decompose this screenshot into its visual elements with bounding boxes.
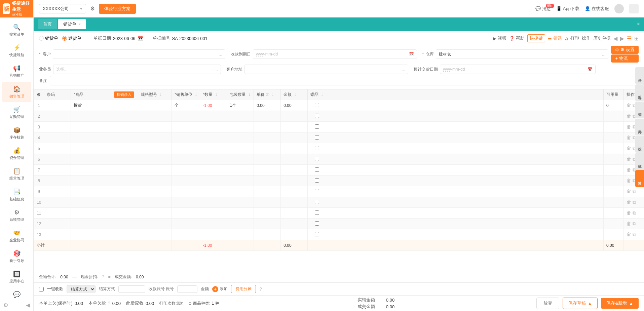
row-product-6[interactable]: [71, 165, 111, 176]
row-spec-5[interactable]: [138, 154, 172, 165]
row-amount-9[interactable]: [281, 197, 308, 208]
sidebar-item-9[interactable]: ⚙系统管理: [2, 205, 31, 225]
user-menu[interactable]: [629, 4, 639, 13]
row-unit-10[interactable]: [172, 208, 200, 219]
filter-btn[interactable]: ☰ 筛选: [548, 35, 562, 41]
row-product-8[interactable]: [71, 186, 111, 197]
row-spec-6[interactable]: [138, 165, 172, 176]
row-spec-9[interactable]: [138, 197, 172, 208]
row-delete-icon-12[interactable]: 🗑: [627, 232, 631, 237]
row-price-3[interactable]: [254, 132, 281, 143]
row-spec-3[interactable]: [138, 132, 172, 143]
customer-input[interactable]: ...: [53, 49, 225, 59]
float-btn-3[interactable]: 待办: [635, 119, 644, 135]
payment-method-select[interactable]: 结算方式: [67, 285, 96, 293]
sidebar-item-4[interactable]: 🛒采购管理: [2, 103, 31, 122]
row-unit-2[interactable]: [172, 122, 200, 132]
row-gift-10[interactable]: [308, 208, 326, 219]
sidebar-item-7[interactable]: 📋经营管理: [2, 164, 31, 184]
row-product-11[interactable]: [71, 219, 111, 229]
row-gift-1[interactable]: [308, 111, 326, 122]
row-quantity-7[interactable]: [200, 176, 227, 186]
radio-sale[interactable]: 销货单: [39, 35, 58, 41]
row-price-2[interactable]: [254, 122, 281, 132]
row-barcode-9[interactable]: [44, 197, 71, 208]
row-product-0[interactable]: 拆货: [71, 100, 111, 111]
row-spec-8[interactable]: [138, 186, 172, 197]
th-settings[interactable]: ⚙: [34, 89, 44, 100]
row-unit-12[interactable]: [172, 229, 200, 240]
row-delete-icon-7[interactable]: 🗑: [627, 178, 631, 184]
settings-panel-btn[interactable]: ⚙ ⚙ 设置: [611, 46, 639, 54]
row-pack-qty-6[interactable]: [227, 165, 254, 176]
row-gift-7[interactable]: [308, 176, 326, 186]
row-price-4[interactable]: [254, 143, 281, 154]
row-barcode-7[interactable]: [44, 176, 71, 186]
nav-next-icon[interactable]: ▶: [620, 35, 624, 42]
sidebar-item-2[interactable]: 📢营销推广: [2, 61, 31, 81]
row-quantity-6[interactable]: [200, 165, 227, 176]
float-btn-2[interactable]: 销售: [635, 102, 644, 118]
settings-icon[interactable]: ⚙: [3, 302, 8, 308]
operation-btn[interactable]: 操作: [582, 35, 591, 41]
row-barcode-3[interactable]: [44, 132, 71, 143]
row-unit-4[interactable]: [172, 143, 200, 154]
expected-date-input[interactable]: yyyy-mm-dd 📅: [440, 65, 596, 74]
row-quantity-1[interactable]: [200, 111, 227, 122]
row-unit-9[interactable]: [172, 197, 200, 208]
row-barcode-8[interactable]: [44, 186, 71, 197]
row-barcode-10[interactable]: [44, 208, 71, 219]
row-product-2[interactable]: [71, 122, 111, 132]
row-gift-2[interactable]: [308, 122, 326, 132]
row-delete-icon-1[interactable]: 🗑: [627, 113, 631, 119]
row-copy-icon-12[interactable]: ⧉: [633, 232, 636, 237]
row-pack-qty-11[interactable]: [227, 219, 254, 229]
expense-split-btn[interactable]: 费用分摊: [231, 285, 256, 293]
row-quantity-3[interactable]: [200, 132, 227, 143]
abandon-button[interactable]: 放弃: [536, 298, 559, 309]
row-gift-9[interactable]: [308, 197, 326, 208]
row-spec-10[interactable]: [138, 208, 172, 219]
nav-prev-icon[interactable]: ◀: [613, 35, 617, 42]
row-unit-3[interactable]: [172, 132, 200, 143]
row-product-9[interactable]: [71, 197, 111, 208]
row-amount-8[interactable]: [281, 186, 308, 197]
sidebar-item-10[interactable]: 🤝企业协同: [2, 226, 31, 246]
row-delete-icon-0[interactable]: 🗑: [627, 103, 631, 108]
row-pack-qty-3[interactable]: [227, 132, 254, 143]
row-spec-0[interactable]: [138, 100, 172, 111]
row-copy-icon-10[interactable]: ⧉: [633, 210, 636, 216]
row-barcode-1[interactable]: [44, 111, 71, 122]
row-delete-icon-9[interactable]: 🗑: [627, 199, 631, 205]
row-gift-5[interactable]: [308, 154, 326, 165]
float-btn-4[interactable]: 改价: [635, 136, 644, 153]
row-amount-2[interactable]: [281, 122, 308, 132]
row-pack-qty-7[interactable]: [227, 176, 254, 186]
row-unit-6[interactable]: [172, 165, 200, 176]
th-scan[interactable]: 扫码录入: [111, 89, 138, 100]
row-unit-7[interactable]: [172, 176, 200, 186]
row-quantity-11[interactable]: [200, 219, 227, 229]
row-price-10[interactable]: [254, 208, 281, 219]
payment-help-icon[interactable]: ?: [259, 286, 262, 292]
row-gift-12[interactable]: [308, 229, 326, 240]
row-amount-10[interactable]: [281, 208, 308, 219]
collapse-icon[interactable]: ◀: [26, 302, 30, 308]
float-btn-6[interactable]: 反馈: [635, 170, 644, 187]
salesperson-input[interactable]: 选择... ...: [53, 65, 221, 74]
user-avatar[interactable]: [614, 4, 624, 13]
sidebar-item-5[interactable]: 📦库存核算: [2, 123, 31, 143]
company-selector[interactable]: XXXXXX公司 ▾: [39, 4, 86, 13]
video-btn[interactable]: ▶ 视频: [493, 35, 506, 41]
sidebar-item-12[interactable]: 🔲应用中心: [2, 267, 31, 287]
row-amount-1[interactable]: [281, 111, 308, 122]
product-type-icon[interactable]: ⊙: [188, 301, 192, 306]
save-draft-button[interactable]: 保存草稿 ▲: [563, 298, 598, 309]
float-btn-1[interactable]: 客服: [635, 84, 644, 101]
row-quantity-0[interactable]: -1.00: [200, 100, 227, 111]
address-input[interactable]: ...: [244, 65, 408, 74]
online-service-button[interactable]: 👤 在线客服: [585, 6, 609, 12]
sidebar-item-8[interactable]: 📑基础信息: [2, 185, 31, 205]
shortcut-btn[interactable]: 快捷键: [527, 34, 545, 42]
row-pack-qty-2[interactable]: [227, 122, 254, 132]
